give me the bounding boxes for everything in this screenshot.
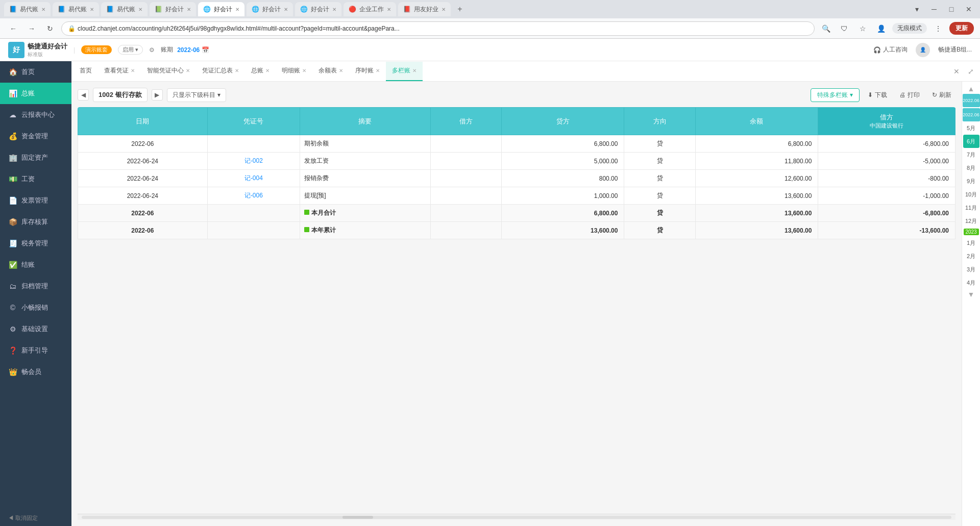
- expand-panel-button[interactable]: ⤢: [964, 64, 978, 79]
- sidebar-item-archive[interactable]: 🗂 归档管理: [0, 275, 71, 297]
- sidebar-item-settings[interactable]: ⚙ 基础设置: [0, 318, 71, 340]
- tab-journal[interactable]: 序时账 ✕: [349, 62, 386, 81]
- sidebar-item-fund[interactable]: 💰 资金管理: [0, 126, 71, 147]
- demo-dropdown[interactable]: 启用 ▾: [118, 45, 143, 55]
- print-button[interactable]: 🖨 打印: [895, 89, 924, 102]
- sidebar-item-close[interactable]: ✅ 结账: [0, 254, 71, 275]
- tab-detail-ledger[interactable]: 明细账 ✕: [276, 62, 312, 81]
- row3-voucher[interactable]: 记-004: [207, 170, 300, 187]
- tab-home[interactable]: 首页: [74, 62, 98, 81]
- tab-dl-close[interactable]: ✕: [302, 68, 306, 73]
- calendar-down-arrow[interactable]: ▼: [967, 289, 976, 299]
- profile-icon[interactable]: 👤: [874, 21, 888, 36]
- horizontal-scrollbar[interactable]: [78, 514, 955, 520]
- row4-voucher[interactable]: 记-006: [207, 187, 300, 205]
- special-multicolumn-button[interactable]: 特殊多栏账 ▾: [811, 88, 860, 102]
- tab-close-3[interactable]: ✕: [138, 7, 142, 12]
- browser-tab-3[interactable]: 📘 易代账 ✕: [101, 2, 148, 16]
- minimize-button[interactable]: ─: [927, 2, 941, 16]
- sidebar-item-ledger[interactable]: 📊 总账: [0, 83, 71, 104]
- tab-close-6[interactable]: ✕: [284, 7, 288, 12]
- browser-tab-6[interactable]: 🌐 好会计 ✕: [247, 2, 293, 16]
- scroll-thumb[interactable]: [342, 516, 373, 519]
- browser-tab-7[interactable]: 🌐 好会计 ✕: [295, 2, 341, 16]
- tab-mc-close[interactable]: ✕: [412, 68, 416, 73]
- reload-button[interactable]: ↻: [43, 21, 57, 36]
- cal-month-11[interactable]: 11月: [963, 201, 979, 214]
- browser-tab-1[interactable]: 📘 易代账 ✕: [4, 2, 51, 16]
- service-button[interactable]: 🎧 人工咨询: [873, 45, 908, 54]
- cal-month-2-2023[interactable]: 2月: [963, 249, 979, 263]
- prev-subject-button[interactable]: ◀: [78, 89, 89, 101]
- close-window-button[interactable]: ✕: [962, 2, 976, 16]
- menu-icon[interactable]: ⋮: [931, 21, 945, 36]
- tab-close-4[interactable]: ✕: [187, 7, 191, 12]
- tab-voucher[interactable]: 查看凭证 ✕: [98, 62, 141, 81]
- unpin-button[interactable]: ◀ 取消固定: [0, 510, 71, 526]
- sidebar-item-assets[interactable]: 🏢 固定资产: [0, 147, 71, 168]
- cal-month-6[interactable]: 6月: [963, 135, 979, 148]
- tab-voucher-summary[interactable]: 凭证汇总表 ✕: [196, 62, 245, 81]
- browser-tab-5[interactable]: 🌐 好会计 ✕: [198, 2, 244, 16]
- update-button[interactable]: 更新: [949, 22, 974, 35]
- maximize-button[interactable]: □: [944, 2, 959, 16]
- sidebar-item-tax[interactable]: 🧾 税务管理: [0, 233, 71, 254]
- tab-list-button[interactable]: ▾: [910, 2, 924, 16]
- cal-month-5[interactable]: 5月: [963, 121, 979, 135]
- browser-tab-8[interactable]: 🔴 企业工作 ✕: [344, 2, 396, 16]
- browser-tab-4[interactable]: 📗 好会计 ✕: [150, 2, 196, 16]
- row2-voucher[interactable]: 记-002: [207, 153, 300, 170]
- tab-voucher-close[interactable]: ✕: [131, 68, 135, 73]
- sidebar-item-member[interactable]: 👑 畅会员: [0, 361, 71, 383]
- sidebar-item-guide[interactable]: ❓ 新手引导: [0, 340, 71, 361]
- tab-close-8[interactable]: ✕: [387, 7, 391, 12]
- tab-smart-voucher[interactable]: 智能凭证中心 ✕: [141, 62, 196, 81]
- tab-close-9[interactable]: ✕: [442, 7, 446, 12]
- sidebar-item-expense[interactable]: © 小畅报销: [0, 297, 71, 318]
- tab-smart-close[interactable]: ✕: [186, 68, 190, 73]
- tab-gl-close[interactable]: ✕: [265, 68, 270, 73]
- cal-month-7[interactable]: 7月: [963, 148, 979, 161]
- tab-close-7[interactable]: ✕: [332, 7, 336, 12]
- extension-icon[interactable]: 🛡: [837, 21, 851, 36]
- sidebar-item-inventory[interactable]: 📦 库存核算: [0, 211, 71, 233]
- cal-month-1-2023[interactable]: 1月: [963, 236, 979, 249]
- tab-close-1[interactable]: ✕: [41, 7, 45, 12]
- tab-close-2[interactable]: ✕: [90, 7, 94, 12]
- sidebar-item-report[interactable]: ☁ 云报表中心: [0, 104, 71, 126]
- tab-journal-close[interactable]: ✕: [376, 68, 380, 73]
- browser-tab-9[interactable]: 📕 用友好业 ✕: [398, 2, 451, 16]
- close-panel-button[interactable]: ✕: [949, 64, 964, 79]
- forward-button[interactable]: →: [24, 21, 39, 36]
- user-avatar[interactable]: 👤: [916, 43, 930, 57]
- tab-close-5[interactable]: ✕: [235, 7, 239, 12]
- tab-vsummary-close[interactable]: ✕: [235, 68, 239, 73]
- new-tab-button[interactable]: +: [453, 2, 467, 16]
- sidebar-item-home[interactable]: 🏠 首页: [0, 61, 71, 83]
- download-button[interactable]: ⬇ 下载: [864, 89, 891, 102]
- calendar-icon[interactable]: 📅: [202, 46, 209, 54]
- bookmark-icon[interactable]: ☆: [855, 21, 870, 36]
- sidebar-item-payroll[interactable]: 💵 工资: [0, 168, 71, 190]
- tab-general-ledger[interactable]: 总账 ✕: [245, 62, 276, 81]
- refresh-button[interactable]: ↻ 刷新: [928, 89, 955, 102]
- subject-selector[interactable]: 1002 银行存款: [93, 88, 148, 102]
- tab-multicolumn[interactable]: 多栏账 ✕: [386, 62, 423, 81]
- cal-month-8[interactable]: 8月: [963, 161, 979, 174]
- browser-tab-2[interactable]: 📘 易代账 ✕: [53, 2, 99, 16]
- url-bar[interactable]: 🔒 cloud2.chanjet.com/accounting/uh26t264…: [61, 21, 815, 36]
- next-subject-button[interactable]: ▶: [152, 89, 163, 101]
- sub-subject-filter[interactable]: 只显示下级科目 ▾: [167, 88, 226, 102]
- cal-month-4-2023[interactable]: 4月: [963, 276, 979, 289]
- sidebar-item-invoice[interactable]: 📄 发票管理: [0, 190, 71, 211]
- cal-month-12[interactable]: 12月: [963, 214, 979, 228]
- cal-month-10[interactable]: 10月: [963, 188, 979, 201]
- cal-month-9[interactable]: 9月: [963, 174, 979, 188]
- back-button[interactable]: ←: [6, 21, 20, 36]
- search-icon[interactable]: 🔍: [819, 21, 833, 36]
- tab-balance[interactable]: 余额表 ✕: [312, 62, 349, 81]
- tab-balance-close[interactable]: ✕: [339, 68, 343, 73]
- calendar-up-arrow[interactable]: ▲: [967, 84, 976, 94]
- settings-icon[interactable]: ⚙: [149, 46, 155, 54]
- cal-month-3-2023[interactable]: 3月: [963, 263, 979, 276]
